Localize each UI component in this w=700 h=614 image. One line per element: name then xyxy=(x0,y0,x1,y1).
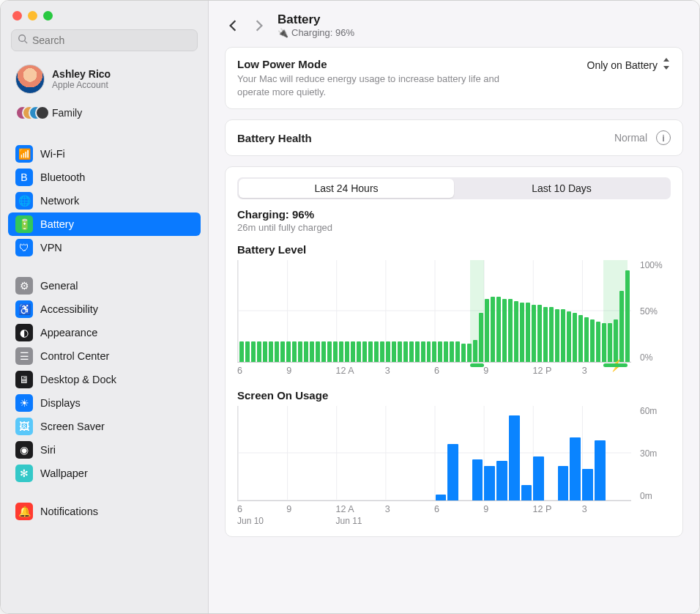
sidebar-item-general[interactable]: ⚙General xyxy=(8,274,201,297)
displays-icon: ☀ xyxy=(15,394,33,412)
x-date xyxy=(434,516,483,526)
x-date: Jun 10 xyxy=(237,516,286,526)
x-tick: 6 xyxy=(434,504,483,514)
search-icon xyxy=(18,34,28,47)
sidebar-item-label: Displays xyxy=(40,397,193,409)
vpn-icon: 🛡 xyxy=(15,239,33,256)
sidebar-item-label: Network xyxy=(40,195,193,207)
battery-level-bar xyxy=(398,341,402,362)
bluetooth-icon: B xyxy=(15,169,33,186)
screen-on-bar xyxy=(509,415,520,500)
back-button[interactable] xyxy=(225,18,241,34)
family-icon xyxy=(15,104,45,122)
sidebar-item-siri[interactable]: ◉Siri xyxy=(8,438,201,462)
settings-window: Ashley Rico Apple Account Family 📶Wi-FiB… xyxy=(0,0,700,614)
sidebar-item-bluetooth[interactable]: BBluetooth xyxy=(8,166,201,189)
sidebar-item-appearance[interactable]: ◐Appearance xyxy=(8,321,201,344)
search-field[interactable] xyxy=(11,29,198,51)
screen-on-xaxis: 6912 A36912 P3 xyxy=(237,504,631,514)
battery-level-bar xyxy=(421,341,425,362)
battery-level-bar xyxy=(409,341,414,362)
sidebar-item-desktop-dock[interactable]: 🖥Desktop & Dock xyxy=(8,368,201,391)
battery-level-bar xyxy=(280,341,285,362)
screen-on-yaxis: 60m 30m 0m xyxy=(637,406,671,501)
battery-icon: 🔋 xyxy=(15,215,33,233)
low-power-mode-title: Low Power Mode xyxy=(237,58,523,70)
time-range-segmented[interactable]: Last 24 Hours Last 10 Days xyxy=(237,177,671,199)
battery-level-bar xyxy=(596,322,600,363)
battery-level-bar xyxy=(362,341,367,362)
battery-level-bar xyxy=(415,341,420,362)
battery-level-bar xyxy=(316,341,320,362)
battery-level-bar xyxy=(304,341,308,362)
sidebar-item-wallpaper[interactable]: ✻Wallpaper xyxy=(8,462,201,485)
battery-level-xaxis: 6912 A36912 P3 xyxy=(237,366,631,376)
sidebar-item-screen-saver[interactable]: 🖼Screen Saver xyxy=(8,415,201,438)
avatar xyxy=(15,64,45,94)
content-scroll[interactable]: Low Power Mode Your Mac will reduce ener… xyxy=(209,47,699,613)
close-button[interactable] xyxy=(12,11,22,21)
x-tick: 3 xyxy=(385,366,434,376)
sidebar-item-network[interactable]: 🌐Network xyxy=(8,189,201,212)
battery-level-bar xyxy=(584,317,589,362)
battery-level-bar xyxy=(432,341,436,362)
tab-last-24-hours[interactable]: Last 24 Hours xyxy=(239,179,454,198)
charging-status: Charging: 96% xyxy=(237,208,671,221)
sidebar-item-accessibility[interactable]: ♿Accessibility xyxy=(8,297,201,321)
sidebar-item-notifications[interactable]: 🔔Notifications xyxy=(8,500,201,523)
battery-level-bar xyxy=(339,341,343,362)
battery-level-bar xyxy=(502,299,507,362)
battery-level-bar xyxy=(251,341,256,362)
minimize-button[interactable] xyxy=(28,11,37,21)
battery-level-bar xyxy=(508,299,513,362)
forward-button[interactable] xyxy=(251,18,267,34)
screen-on-bar xyxy=(436,495,447,501)
sidebar-item-label: Battery xyxy=(40,218,193,230)
battery-level-bar xyxy=(245,341,250,362)
x-tick: 9 xyxy=(483,366,532,376)
battery-level-bar xyxy=(590,319,595,362)
apple-account-row[interactable]: Ashley Rico Apple Account xyxy=(1,60,208,100)
account-subtitle: Apple Account xyxy=(52,80,111,90)
battery-level-bar xyxy=(543,307,548,362)
x-tick: 3 xyxy=(385,504,434,514)
controlcenter-icon: ☰ xyxy=(15,347,33,365)
sidebar-item-wi-fi[interactable]: 📶Wi-Fi xyxy=(8,142,201,166)
battery-level-bar xyxy=(567,311,571,363)
screen-on-bar xyxy=(570,437,581,500)
gear-icon: ⚙ xyxy=(15,277,33,295)
battery-level-bar xyxy=(257,341,261,362)
battery-level-bar xyxy=(286,341,291,362)
battery-level-bar xyxy=(485,299,489,362)
screen-on-bar xyxy=(484,466,495,500)
search-input[interactable] xyxy=(32,34,191,46)
sidebar-item-label: Screen Saver xyxy=(40,421,193,432)
sidebar-item-label: Siri xyxy=(40,444,193,456)
x-tick: 12 P xyxy=(533,366,582,376)
battery-level-bar xyxy=(514,301,518,362)
tab-last-10-days[interactable]: Last 10 Days xyxy=(454,179,669,198)
sidebar-item-family[interactable]: Family xyxy=(1,100,208,130)
x-tick: 9 xyxy=(286,366,335,376)
screen-on-bar xyxy=(595,440,606,500)
battery-level-bar xyxy=(351,341,355,362)
battery-health-info-button[interactable]: i xyxy=(656,130,671,145)
x-date: Jun 11 xyxy=(336,516,385,526)
x-tick: 12 A xyxy=(336,504,385,514)
charging-eta: 26m until fully charged xyxy=(237,222,671,233)
charging-marker xyxy=(470,363,484,367)
svg-line-1 xyxy=(25,41,28,44)
sidebar-item-control-center[interactable]: ☰Control Center xyxy=(8,344,201,368)
screen-on-bar xyxy=(533,456,544,500)
x-tick: 3 xyxy=(582,504,631,514)
sidebar-item-displays[interactable]: ☀Displays xyxy=(8,391,201,415)
screen-on-dates: Jun 10Jun 11 xyxy=(237,516,631,526)
low-power-mode-popup[interactable]: Only on Battery xyxy=(587,58,671,72)
zoom-button[interactable] xyxy=(43,11,53,21)
charging-icon: 🔌 xyxy=(278,28,288,38)
x-date xyxy=(385,516,434,526)
sidebar-item-label: Wallpaper xyxy=(40,467,193,479)
sidebar-item-battery[interactable]: 🔋Battery xyxy=(8,212,201,236)
sidebar-item-vpn[interactable]: 🛡VPN xyxy=(8,236,201,259)
battery-level-bar xyxy=(561,309,565,362)
